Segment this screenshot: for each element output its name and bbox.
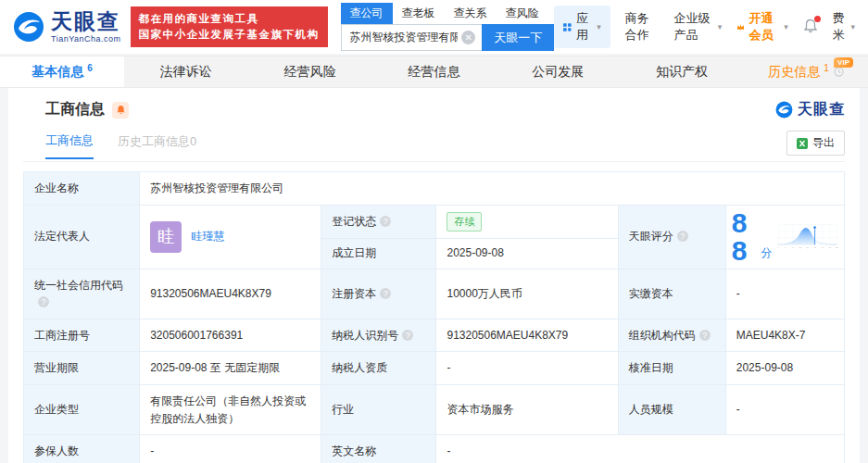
search-button[interactable]: 天眼一下 <box>482 24 554 51</box>
field-label: 注册资本? <box>321 269 436 319</box>
org-code-value: MAEU4K8X-7 <box>725 319 844 352</box>
subscribe-bell-chip[interactable] <box>112 102 129 119</box>
help-icon[interactable]: ? <box>38 296 49 307</box>
business-coop-link[interactable]: 商务合作 <box>625 10 660 44</box>
field-label: 实缴资本 <box>618 269 725 319</box>
tianyancha-eye-icon <box>775 101 793 119</box>
company-name-value: 苏州智核投资管理有限公司 <box>140 172 845 206</box>
score-distribution-chart: 015 255075 9095100 <box>777 214 838 260</box>
est-date-value: 2025-09-08 <box>436 238 618 269</box>
top-header: 天眼查 TianYanCha.com 都在用的商业查询工具 国家中小企业发展子基… <box>0 0 868 54</box>
tab-history-info[interactable]: VIP 历史信息 1 <box>744 56 868 87</box>
field-label: 统一社会信用代码? <box>24 269 140 319</box>
notification-dot <box>814 16 821 22</box>
tab-operating-info[interactable]: 经营信息 <box>372 56 497 87</box>
export-button[interactable]: 导出 <box>786 131 845 156</box>
legal-rep-link[interactable]: 眭瑾慧 <box>191 228 224 245</box>
watermark-logo: 天眼查 <box>775 100 845 119</box>
table-row: 参保人数 - 英文名称 - <box>24 435 845 463</box>
svg-text:5: 5 <box>793 245 795 247</box>
svg-text:95: 95 <box>829 245 832 247</box>
enterprise-product-menu[interactable]: 企业级产品 ▾ <box>673 10 722 44</box>
help-icon[interactable]: ? <box>380 288 391 299</box>
tab-label: 经营信息 <box>409 64 460 81</box>
notifications-bell[interactable] <box>803 19 818 36</box>
svg-text:1: 1 <box>786 245 787 247</box>
field-label: 企业类型 <box>24 384 140 434</box>
watermark-text: 天眼查 <box>798 100 845 119</box>
tab-company-development[interactable]: 公司发展 <box>496 56 620 87</box>
vip-upgrade-menu[interactable]: 开通会员 ▾ <box>736 10 787 44</box>
avatar[interactable]: 眭 <box>150 221 182 253</box>
search-tabs: 查公司 查老板 查关系 查风险 <box>341 3 555 24</box>
field-label: 组织机构代码? <box>618 319 725 352</box>
slogan-line1: 都在用的商业查询工具 <box>139 11 320 27</box>
subtab-history-business-info[interactable]: 历史工商信息0 <box>118 133 196 158</box>
tab-label: 知识产权 <box>656 64 708 81</box>
brand-name: 天眼查 <box>51 11 121 32</box>
tab-intellectual-property[interactable]: 知识产权 <box>620 56 744 87</box>
svg-text:90: 90 <box>822 245 824 247</box>
score-cell[interactable]: 88 分 <box>725 205 844 269</box>
chevron-down-icon: ▾ <box>784 22 788 31</box>
tab-operating-risk[interactable]: 经营风险 <box>248 56 372 87</box>
bell-icon <box>116 105 126 115</box>
crown-icon <box>736 21 745 32</box>
tab-count: 1 <box>824 56 829 73</box>
table-row: 营业期限 2025-09-08 至 无固定期限 纳税人资质 - 核准日期 202… <box>24 352 845 385</box>
score-unit: 分 <box>761 244 772 265</box>
field-label: 法定代表人 <box>24 205 140 269</box>
table-row: 统一社会信用代码? 91320506MAEU4K8X79 注册资本? 10000… <box>24 269 845 319</box>
tianyancha-logo[interactable]: 天眼查 TianYanCha.com <box>13 11 121 44</box>
search-tab-risk[interactable]: 查风险 <box>497 3 548 24</box>
clock-icon <box>834 67 844 77</box>
search-tab-boss[interactable]: 查老板 <box>393 3 445 24</box>
chevron-down-icon: ▾ <box>718 22 723 31</box>
export-label: 导出 <box>812 135 835 151</box>
help-icon[interactable]: ? <box>699 330 711 341</box>
field-label: 人员规模 <box>618 384 725 434</box>
svg-text:75: 75 <box>814 245 817 247</box>
subtab-row: 工商信息 历史工商信息0 导出 <box>23 131 845 162</box>
field-label: 英文名称 <box>321 435 436 463</box>
company-tab-bar: 基本信息 6 法律诉讼 经营风险 经营信息 公司发展 知识产权 VIP 历史信息… <box>0 56 868 88</box>
paid-capital-value: - <box>725 269 844 319</box>
business-info-card: 工商信息 天眼查 工商信息 历史工商信息0 导出 <box>8 88 860 463</box>
field-label: 工商注册号 <box>24 319 140 352</box>
help-icon[interactable]: ? <box>677 231 688 242</box>
field-label: 登记状态? <box>321 205 436 238</box>
field-label: 企业名称 <box>24 172 140 206</box>
slogan-line2: 国家中小企业发展子基金旗下机构 <box>139 27 320 43</box>
reg-capital-value: 10000万人民币 <box>436 269 618 319</box>
field-label: 纳税人资质 <box>321 352 436 385</box>
reg-number-value: 320506001766391 <box>140 319 321 352</box>
apps-menu[interactable]: 应用 ▾ <box>554 6 610 48</box>
field-label: 纳税人识别号? <box>321 319 436 352</box>
tab-count: 6 <box>87 56 93 73</box>
user-menu[interactable]: 费米 ▾ <box>833 10 855 44</box>
vip-badge: VIP <box>834 57 853 68</box>
legal-rep-cell: 眭 眭瑾慧 <box>140 205 321 269</box>
tab-basic-info[interactable]: 基本信息 6 <box>0 56 124 87</box>
search-tab-company[interactable]: 查公司 <box>341 3 393 24</box>
field-label: 行业 <box>321 384 436 434</box>
subtab-business-info[interactable]: 工商信息 <box>45 132 94 159</box>
status-badge: 存续 <box>447 212 482 232</box>
tab-legal-litigation[interactable]: 法律诉讼 <box>124 56 248 87</box>
search-tab-relation[interactable]: 查关系 <box>445 3 497 24</box>
chevron-down-icon: ▾ <box>850 22 855 31</box>
chevron-down-icon: ▾ <box>597 22 601 31</box>
help-icon[interactable]: ? <box>380 216 391 227</box>
reg-status-cell: 存续 <box>436 205 618 238</box>
business-term-value: 2025-09-08 至 无固定期限 <box>140 352 321 385</box>
table-row: 法定代表人 眭 眭瑾慧 登记状态? 存续 天眼评分? 88 分 <box>24 205 845 238</box>
section-title: 工商信息 <box>45 100 105 119</box>
tab-label: 基本信息 <box>31 64 83 81</box>
vip-label: 开通会员 <box>748 10 780 44</box>
field-label: 天眼评分? <box>618 205 725 269</box>
svg-text:0: 0 <box>778 245 780 247</box>
help-icon[interactable]: ? <box>402 330 413 341</box>
insured-value: - <box>140 435 321 463</box>
tab-label: 经营风险 <box>284 64 336 81</box>
excel-icon <box>797 138 808 149</box>
